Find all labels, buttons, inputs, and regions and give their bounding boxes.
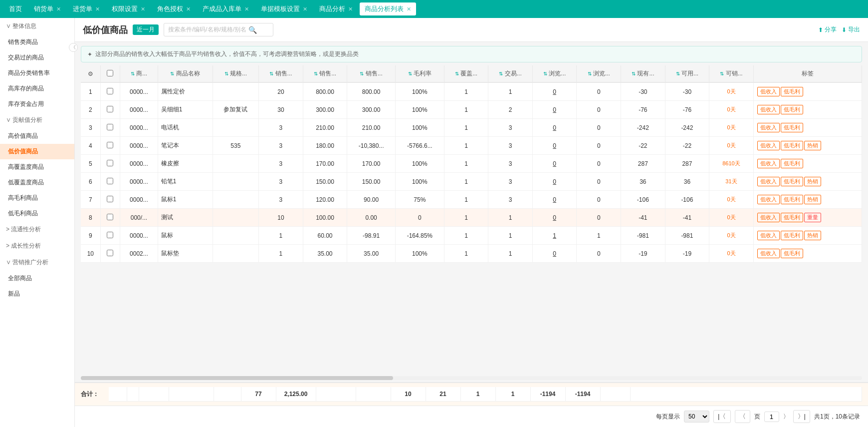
view-count-link[interactable]: 0 — [553, 106, 556, 113]
col-name[interactable]: ⇅ 商品名称 — [158, 65, 213, 82]
row-checkbox[interactable] — [100, 101, 120, 119]
export-button[interactable]: ⬇ 导出 — [842, 25, 860, 34]
row-checkbox[interactable] — [100, 209, 120, 227]
view-count-link[interactable]: 0 — [553, 250, 556, 257]
col-checkbox[interactable] — [100, 65, 120, 82]
sidebar-item-all-products[interactable]: 全部商品 — [0, 271, 74, 286]
view-count-link[interactable]: 0 — [553, 160, 556, 167]
view-count-link[interactable]: 0 — [553, 196, 556, 203]
row-name: 铅笔1 — [158, 173, 213, 191]
nav-template[interactable]: 单据模板设置 ✕ — [256, 2, 312, 15]
nav-close-icon[interactable]: ✕ — [141, 6, 145, 12]
select-all-checkbox[interactable] — [107, 70, 113, 76]
sidebar-item-high-stock[interactable]: 高库存的商品 — [0, 81, 74, 96]
row-select-checkbox[interactable] — [107, 142, 113, 148]
row-checkbox[interactable] — [100, 137, 120, 155]
sidebar-group-overview[interactable]: ∨ 整体信息 — [0, 18, 74, 34]
view-count-link[interactable]: 0 — [553, 214, 556, 221]
col-current-stock[interactable]: ⇅ 现有... — [621, 65, 665, 82]
row-checkbox[interactable] — [100, 245, 120, 263]
col-view1[interactable]: ⇅ 浏览... — [532, 65, 577, 82]
nav-home[interactable]: 首页 — [4, 2, 27, 15]
col-code[interactable]: ⇅ 商... — [120, 65, 158, 82]
page-input[interactable] — [764, 412, 779, 422]
row-select-checkbox[interactable] — [107, 196, 113, 202]
row-name: 属性定价 — [158, 82, 213, 101]
nav-close-icon[interactable]: ✕ — [244, 6, 249, 12]
col-saleable[interactable]: ⇅ 可销... — [709, 65, 754, 82]
nav-product-analysis[interactable]: 商品分析 ✕ — [314, 2, 358, 15]
sidebar-item-traded[interactable]: 交易过的商品 — [0, 50, 74, 65]
nav-close-icon[interactable]: ✕ — [186, 6, 191, 12]
row-select-checkbox[interactable] — [107, 178, 113, 184]
nav-close-icon[interactable]: ✕ — [407, 6, 411, 12]
view-count-link[interactable]: 0 — [553, 142, 556, 149]
time-tag-button[interactable]: 近一月 — [133, 24, 159, 35]
view-count-link[interactable]: 1 — [553, 232, 556, 239]
row-select-checkbox[interactable] — [107, 106, 113, 112]
view-count-link[interactable]: 0 — [553, 178, 556, 185]
nav-close-icon[interactable]: ✕ — [56, 6, 61, 12]
sidebar-group-growth[interactable]: > 成长性分析 — [0, 238, 74, 254]
sidebar-item-high-value[interactable]: 高价值商品 — [0, 128, 74, 144]
row-checkbox[interactable] — [100, 155, 120, 173]
sidebar-collapse-button[interactable]: 《 — [69, 43, 78, 52]
nav-close-icon[interactable]: ✕ — [348, 6, 353, 12]
col-trade[interactable]: ⇅ 交易... — [488, 65, 533, 82]
sidebar-item-category-rate[interactable]: 商品分类销售率 — [0, 65, 74, 81]
sidebar-item-high-profit[interactable]: 高毛利商品 — [0, 190, 74, 206]
row-select-checkbox[interactable] — [107, 250, 113, 256]
row-trade: 3 — [488, 155, 533, 173]
sidebar-item-low-value[interactable]: 低价值商品 — [0, 144, 74, 159]
sidebar-item-high-coverage[interactable]: 高覆盖度商品 — [0, 159, 74, 175]
horizontal-scrollbar[interactable] — [81, 376, 862, 380]
row-checkbox[interactable] — [100, 119, 120, 137]
view-count-link[interactable]: 0 — [553, 88, 556, 95]
col-available-stock[interactable]: ⇅ 可用... — [665, 65, 709, 82]
sidebar-item-stock-capital[interactable]: 库存资金占用 — [0, 96, 74, 112]
col-spec[interactable]: ⇅ 规格... — [213, 65, 259, 82]
view-count-link[interactable]: 0 — [553, 124, 556, 131]
sidebar-item-new-products[interactable]: 新品 — [0, 286, 74, 302]
prev-page-button[interactable]: 〈 — [735, 410, 750, 423]
row-coverage: 1 — [444, 82, 488, 101]
row-checkbox[interactable] — [100, 227, 120, 245]
sidebar-group-marketing[interactable]: ∨ 营销推广分析 — [0, 254, 74, 271]
search-box[interactable]: 搜索条件/编码/名称/规格/别名 🔍 — [164, 23, 273, 36]
col-settings[interactable]: ⚙ — [81, 65, 100, 82]
nav-product-analysis-list[interactable]: 商品分析列表 ✕ — [360, 2, 416, 15]
first-page-button[interactable]: |〈 — [713, 410, 730, 423]
row-checkbox[interactable] — [100, 82, 120, 101]
nav-roles[interactable]: 角色授权 ✕ — [152, 2, 196, 15]
nav-sales[interactable]: 销货单 ✕ — [29, 2, 66, 15]
col-coverage[interactable]: ⇅ 覆盖... — [444, 65, 488, 82]
sidebar-item-low-profit[interactable]: 低毛利商品 — [0, 206, 74, 221]
col-sales-qty[interactable]: ⇅ 销售... — [259, 65, 303, 82]
sidebar-item-low-coverage[interactable]: 低覆盖度商品 — [0, 175, 74, 190]
row-select-checkbox[interactable] — [107, 232, 113, 238]
share-button[interactable]: ⬆ 分享 — [818, 25, 837, 34]
nav-purchase[interactable]: 进货单 ✕ — [68, 2, 105, 15]
search-icon[interactable]: 🔍 — [248, 26, 257, 34]
sidebar-item-sales-products[interactable]: 销售类商品 — [0, 34, 74, 50]
col-sales-amount[interactable]: ⇅ 销售... — [303, 65, 347, 82]
row-select-checkbox[interactable] — [107, 160, 113, 166]
row-code: 0000... — [120, 227, 158, 245]
col-margin[interactable]: ⇅ 毛利率 — [395, 65, 444, 82]
nav-permissions[interactable]: 权限设置 ✕ — [107, 2, 150, 15]
page-size-select[interactable]: 50 100 — [684, 411, 709, 423]
sidebar-group-contribution[interactable]: ∨ 贡献值分析 — [0, 112, 74, 128]
col-sales-profit[interactable]: ⇅ 销售... — [347, 65, 396, 82]
nav-close-icon[interactable]: ✕ — [95, 6, 100, 12]
nav-close-icon[interactable]: ✕ — [303, 6, 307, 12]
row-checkbox[interactable] — [100, 191, 120, 209]
row-select-checkbox[interactable] — [107, 124, 113, 130]
sidebar-group-liquidity[interactable]: > 流通性分析 — [0, 221, 74, 238]
nav-stock-in[interactable]: 产成品入库单 ✕ — [198, 2, 254, 15]
next-page-button[interactable]: 〉| — [793, 410, 810, 423]
col-view2[interactable]: ⇅ 浏览... — [577, 65, 621, 82]
row-checkbox[interactable] — [100, 173, 120, 191]
row-select-checkbox[interactable] — [107, 214, 113, 220]
row-tags: 低收入低毛利 — [753, 155, 862, 173]
row-select-checkbox[interactable] — [107, 88, 113, 94]
